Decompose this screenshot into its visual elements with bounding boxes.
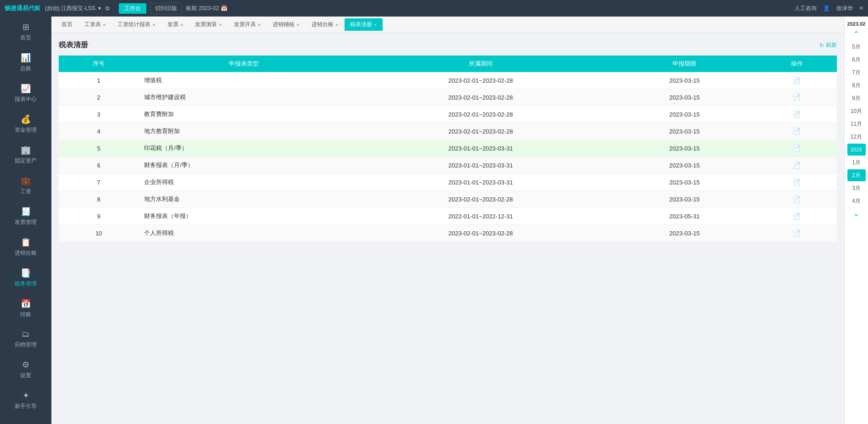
tab-invoice-close[interactable]: × — [180, 22, 183, 28]
sidebar-item-report[interactable]: 📈 报表中心 — [0, 78, 51, 109]
scroll-up-button[interactable]: ⌃ — [853, 29, 860, 39]
tab-invoice-calc-label: 发票测算 — [195, 21, 217, 28]
cell-no: 1 — [59, 72, 139, 89]
tab-in-check-label: 进销稽核 — [273, 21, 295, 28]
month-item-sep[interactable]: 9月 — [847, 92, 866, 104]
tab-in-check-close[interactable]: × — [296, 22, 299, 28]
month-item-may[interactable]: 5月 — [847, 41, 866, 53]
tab-invoice-open-close[interactable]: × — [258, 22, 261, 28]
table-row: 9 财务报表（年报） 2022-01-01~2022-12-31 2023-05… — [59, 208, 837, 225]
tab-salary-table-close[interactable]: × — [103, 22, 106, 28]
action-doc-icon[interactable]: 📄 — [793, 212, 801, 220]
cell-deadline: 2023-03-15 — [612, 157, 757, 174]
cell-action: 📄 — [757, 140, 837, 157]
workspace-button[interactable]: 工作台 — [119, 3, 146, 14]
close-period-icon: 📅 — [21, 299, 31, 309]
asset-icon: 🏢 — [21, 145, 31, 155]
month-item-feb[interactable]: 2月 — [847, 169, 866, 181]
history-button[interactable]: 切到旧版 — [150, 3, 182, 14]
cell-type: 增值税 — [139, 72, 349, 89]
month-item-oct[interactable]: 10月 — [847, 105, 866, 117]
page-header: 税表清册 ↻ 刷新 — [59, 40, 837, 50]
action-doc-icon[interactable]: 📄 — [793, 229, 801, 237]
month-item-aug[interactable]: 8月 — [847, 79, 866, 91]
action-doc-icon[interactable]: 📄 — [793, 128, 801, 135]
table-row: 6 财务报表（月/季） 2023-01-01~2023-03-31 2023-0… — [59, 157, 837, 174]
col-action: 操作 — [757, 56, 837, 72]
action-doc-icon[interactable]: 📄 — [793, 77, 801, 84]
month-item-jan[interactable]: 1月 — [847, 156, 866, 168]
panel-year-label: 2023.02 — [847, 19, 866, 28]
inout-icon: 📋 — [21, 237, 31, 247]
tab-in-check[interactable]: 进销稽核 × — [267, 18, 305, 31]
month-item-dec[interactable]: 12月 — [847, 131, 866, 143]
member-icon: ◈ — [22, 421, 29, 424]
action-doc-icon[interactable]: 📄 — [793, 162, 801, 169]
sidebar-item-ledger[interactable]: 📊 总账 — [0, 47, 51, 78]
month-item-nov[interactable]: 11月 — [847, 118, 866, 130]
sidebar-item-tax[interactable]: 📑 税务管理 — [0, 262, 51, 293]
cell-no: 4 — [59, 123, 139, 140]
content-area: 首页 工资表 × 工资统计报表 × 发票 × 发票测算 × 发票开具 × — [51, 17, 844, 424]
sidebar-item-guide[interactable]: ✦ 新手引导 — [0, 385, 51, 416]
company-dropdown-icon[interactable]: ▾ — [98, 5, 101, 11]
tab-invoice-open[interactable]: 发票开具 × — [228, 18, 266, 31]
col-deadline: 申报期限 — [612, 56, 757, 72]
action-doc-icon[interactable]: 📄 — [793, 179, 801, 186]
sidebar-item-invoice[interactable]: 🧾 发票管理 — [0, 201, 51, 232]
sidebar-item-inout[interactable]: 📋 进销台账 — [0, 232, 51, 262]
copy-icon[interactable]: ⧉ — [106, 5, 110, 11]
page-title: 税表清册 — [59, 40, 88, 50]
tab-tax-list-close[interactable]: × — [374, 22, 377, 28]
action-doc-icon[interactable]: 📄 — [793, 195, 801, 203]
action-doc-icon[interactable]: 📄 — [793, 145, 801, 152]
ai-consult-button[interactable]: 人工咨询 — [795, 5, 817, 12]
company-selector[interactable]: (勿动) 江西报宝-LSS ▾ ⧉ — [45, 5, 110, 12]
tab-in-ledger[interactable]: 进销台账 × — [306, 18, 344, 31]
cell-period: 2023-02-01~2023-02-28 — [349, 191, 612, 208]
calendar-icon[interactable]: 📅 — [221, 5, 228, 11]
sidebar-item-archive[interactable]: 🗂 归档管理 — [0, 324, 51, 354]
tab-salary-table-label: 工资表 — [84, 21, 101, 28]
cell-type: 城市维护建设税 — [139, 89, 349, 106]
tab-in-ledger-close[interactable]: × — [335, 22, 338, 28]
month-item-jul[interactable]: 7月 — [847, 67, 866, 78]
tab-salary-report-close[interactable]: × — [152, 22, 155, 28]
tab-home[interactable]: 首页 — [56, 18, 78, 31]
sidebar-item-home[interactable]: ⊞ 首页 — [0, 17, 51, 47]
tab-invoice-calc-close[interactable]: × — [219, 22, 222, 28]
table-row: 2 城市维护建设税 2023-02-01~2023-02-28 2023-03-… — [59, 89, 837, 106]
month-item-jun[interactable]: 6月 — [847, 54, 866, 66]
action-doc-icon[interactable]: 📄 — [793, 94, 801, 101]
sidebar-item-asset[interactable]: 🏢 固定资产 — [0, 139, 51, 170]
col-type: 申报表类型 — [139, 56, 349, 72]
scroll-down-button[interactable]: ⌄ — [853, 208, 860, 218]
sidebar-label-salary: 工资 — [20, 188, 31, 195]
cell-type: 企业所得税 — [139, 174, 349, 191]
tab-invoice-calc[interactable]: 发票测算 × — [189, 18, 227, 31]
month-item-mar[interactable]: 3月 — [847, 182, 866, 194]
refresh-button[interactable]: ↻ 刷新 — [819, 41, 837, 49]
tab-tax-list[interactable]: 税表清册 × — [345, 18, 382, 31]
tab-salary-table[interactable]: 工资表 × — [79, 18, 111, 31]
topbar-close-button[interactable]: × — [859, 4, 863, 12]
sidebar-item-member[interactable]: ◈ 畅会员 — [0, 416, 51, 424]
cell-type: 个人所得税 — [139, 225, 349, 242]
cell-type: 财务报表（月/季） — [139, 157, 349, 174]
cell-no: 7 — [59, 174, 139, 191]
table-row: 5 印花税（月/季） 2023-01-01~2023-03-31 2023-03… — [59, 140, 837, 157]
tab-salary-report[interactable]: 工资统计报表 × — [112, 18, 161, 31]
tab-invoice[interactable]: 发票 × — [162, 18, 189, 31]
sidebar-item-fund[interactable]: 💰 资金管理 — [0, 109, 51, 139]
action-doc-icon[interactable]: 📄 — [793, 111, 801, 118]
month-item-apr[interactable]: 4月 — [847, 195, 866, 207]
sidebar-item-close[interactable]: 📅 结账 — [0, 293, 51, 324]
topbar: 畅捷通易代账 (勿动) 江西报宝-LSS ▾ ⧉ 工作台 切到旧版 账期 202… — [0, 0, 868, 17]
year-2023-tag[interactable]: 2023 — [847, 144, 866, 156]
sidebar-item-settings[interactable]: ⚙ 设置 — [0, 354, 51, 385]
company-name: (勿动) 江西报宝-LSS — [45, 5, 95, 12]
sidebar-label-asset: 固定资产 — [15, 157, 37, 165]
cell-deadline: 2023-03-15 — [612, 106, 757, 123]
sidebar-item-salary[interactable]: 💼 工资 — [0, 170, 51, 201]
cell-type: 印花税（月/季） — [139, 140, 349, 157]
